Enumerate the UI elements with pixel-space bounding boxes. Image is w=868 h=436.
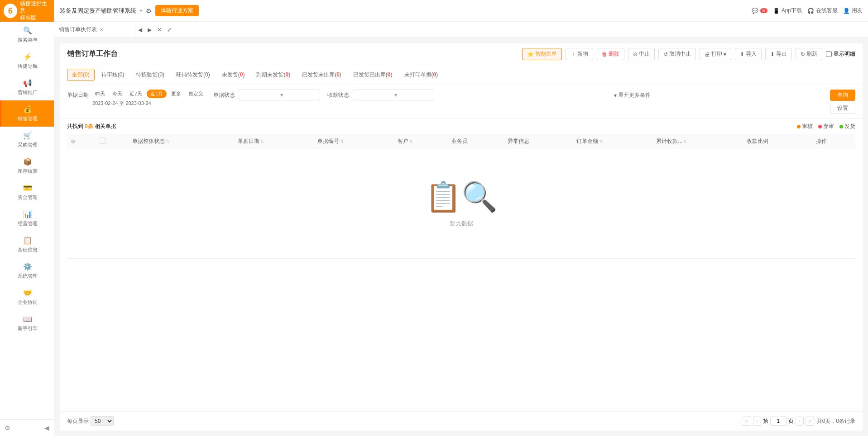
last-page-btn[interactable]: » [806,417,815,426]
suspend-btn[interactable]: ⊘ 中止 [628,48,655,60]
industry-btn[interactable]: 体验行业方案 [155,5,199,16]
tab-scroll-right[interactable]: ▶ [145,27,154,33]
import-btn[interactable]: ⬆ 导入 [735,48,762,60]
page-actions: ⭐ 智能生单 ＋ 新增 🗑 删除 ⊘ 中止 [522,48,855,60]
date-btn-近7天[interactable]: 近7天 [127,90,145,98]
status-filter-group: 单据状态 ▾ [213,90,320,100]
delete-btn[interactable]: 🗑 删除 [597,48,624,60]
sub-tab-pending-review[interactable]: 待审核(0) [96,69,129,81]
tab-close-all[interactable]: ✕ [154,27,164,33]
prev-page-btn[interactable]: ‹ [753,417,761,426]
sub-tab-not-shipped[interactable]: 未发货(0) [217,69,250,81]
col-collected[interactable]: 累计收款...⇅ [652,134,743,149]
next-page-btn[interactable]: › [796,417,804,426]
tab-sales-exec[interactable]: 销售订单执行表✕ [54,22,135,38]
col-status[interactable]: 单据整体状态⇅ [129,134,234,149]
date-btn-昨天[interactable]: 昨天 [92,90,108,98]
col-customer[interactable]: 客户⇅ [394,134,448,149]
print-btn[interactable]: 🖨 打印 ▾ [700,48,731,60]
sidebar-item-finance[interactable]: 💳资金管理 [0,179,54,205]
date-btn-更多[interactable]: 更多 [168,90,184,98]
collapse-icon[interactable]: ◀ [44,424,49,431]
header-actions: 💬 6 📱 App下载 🎧 在线客服 👤 用友 [752,7,863,14]
date-filter: 昨天今天近7天近1月更多自定义 2023-02-24 至 2023-03-24 [92,90,206,107]
show-detail-checkbox[interactable] [826,51,832,57]
page-suffix: 页 [788,417,794,425]
app-download-btn[interactable]: 📱 App下载 [773,7,802,14]
message-btn[interactable]: 💬 6 [752,8,767,14]
date-btn-近1月[interactable]: 近1月 [147,90,167,98]
show-detail-label[interactable]: 显示明细 [826,50,855,58]
top-header: 装备及固定资产辅助管理系统 ▾ ⚙ 体验行业方案 💬 6 📱 App下载 🎧 在… [54,0,868,22]
sidebar-item-operation[interactable]: 📊经营管理 [0,205,54,232]
tab-scroll-left[interactable]: ◀ [135,27,145,33]
online-service-btn[interactable]: 🎧 在线客服 [807,7,838,14]
col-date[interactable]: 单据日期⇅ [234,134,314,149]
refresh-btn[interactable]: ↻ 刷新 [796,48,822,60]
settings-bottom-icon[interactable]: ⚙ [5,424,10,431]
expand-conditions-btn[interactable]: ▾ 展开更多条件 [610,90,654,101]
cancel-review-dot [818,125,822,128]
sidebar-item-marketing[interactable]: 📢营销推广 [0,74,54,100]
sub-tab-shipped-not-out[interactable]: 已发货未出库(0) [297,69,346,81]
export-btn[interactable]: ⬇ 导出 [765,48,792,60]
star-icon: ⭐ [527,51,534,57]
sidebar-item-guide[interactable]: 📖新手引导 [0,310,54,336]
print-icon: 🖨 [705,51,710,57]
sub-tab-wangpu-pending[interactable]: 旺铺待发货(0) [171,69,215,81]
date-btn-自定义[interactable]: 自定义 [186,90,206,98]
cancel-suspend-btn[interactable]: ↺ 取消中止 [658,48,696,60]
date-filter-label: 单据日期 [67,90,89,100]
review-dot [797,125,801,128]
export-icon: ⬇ [770,51,775,57]
date-btn-今天[interactable]: 今天 [110,90,125,98]
payment-select-arrow: ▾ [394,92,430,98]
select-all-checkbox[interactable] [100,137,106,144]
sidebar-item-system[interactable]: ⚙️系统管理 [0,258,54,284]
col-amount[interactable]: 订单金额⇅ [573,134,652,149]
payment-filter-group: 收款状态 ▾ [327,90,434,100]
ship-action[interactable]: 发货 [839,123,855,130]
review-action[interactable]: 审核 [797,123,813,130]
add-btn[interactable]: ＋ 新增 [566,48,593,60]
ai-btn[interactable]: ⭐ 智能生单 [522,48,562,60]
cancel-review-action[interactable]: 弃审 [818,123,834,130]
sidebar-item-quick-nav[interactable]: ⚡快捷导航 [0,48,54,74]
sidebar-item-search[interactable]: 🔍搜索菜单 [0,22,54,48]
sub-tab-all[interactable]: 全部(0) [67,69,95,81]
date-filter-group: 单据日期 昨天今天近7天近1月更多自定义 2023-02-24 至 2023-0… [67,90,206,107]
col-number[interactable]: 单据编号⇅ [314,134,393,149]
quick-nav-icon: ⚡ [23,52,32,61]
col-salesperson: 业务员 [448,134,504,149]
query-btn[interactable]: 查询 [830,90,855,101]
filter-setting-btn[interactable]: 设置 [830,103,855,114]
sidebar-item-purchase[interactable]: 🛒采购管理 [0,127,54,153]
status-filter-select[interactable]: ▾ [239,90,320,100]
sidebar-item-basic[interactable]: 📋基础信息 [0,232,54,258]
system-dropdown-arrow[interactable]: ▾ [140,8,142,13]
tab-close-sales-exec[interactable]: ✕ [100,27,103,32]
page-size-select[interactable]: 10 20 50 100 [91,416,114,426]
content-area: 销售订单工作台 ⭐ 智能生单 ＋ 新增 🗑 删除 ⊘ [54,38,868,436]
payment-filter-label: 收款状态 [327,90,349,100]
first-page-btn[interactable]: « [742,417,751,426]
sub-tab-shipped-out[interactable]: 已发货已出库(0) [348,69,398,81]
sidebar: 6 畅捷通好生意 标准版 🔍搜索菜单⚡快捷导航📢营销推广💰销售管理🛒采购管理📦库… [0,0,54,436]
tab-maximize[interactable]: ⤢ [164,27,174,33]
filter-row: 单据日期 昨天今天近7天近1月更多自定义 2023-02-24 至 2023-0… [60,85,863,119]
sidebar-nav: 🔍搜索菜单⚡快捷导航📢营销推广💰销售管理🛒采购管理📦库存核算💳资金管理📊经营管理… [0,22,54,419]
page-input[interactable] [770,417,786,426]
sub-tab-not-printed[interactable]: 未打印单据(0) [399,69,443,81]
sidebar-item-inventory[interactable]: 📦库存核算 [0,153,54,179]
user-icon: 👤 [843,8,850,14]
user-btn[interactable]: 👤 用友 [843,7,863,14]
sub-tab-overdue-ship[interactable]: 到期未发货(0) [251,69,295,81]
table-wrap: ⚙单据整体状态⇅单据日期⇅单据编号⇅客户⇅业务员异常信息订单金额⇅累计收款...… [60,134,863,411]
sub-tab-pending-inspect[interactable]: 待拣验货(0) [131,69,169,81]
sidebar-item-cooperation[interactable]: 🤝企业协同 [0,284,54,310]
result-summary: 共找到 0条 相关单据 [67,123,116,130]
system-title: 装备及固定资产辅助管理系统 [60,7,136,15]
payment-filter-select[interactable]: ▾ [353,90,434,100]
sidebar-item-sales[interactable]: 💰销售管理 [0,100,54,127]
header-settings-icon[interactable]: ⚙ [146,7,152,14]
